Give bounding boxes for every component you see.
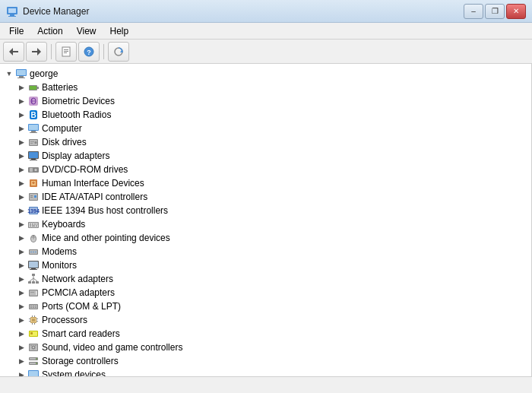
- tree-item-ide[interactable]: ▶ IDE ATA/ATAPI controllers: [0, 190, 531, 204]
- sound-label: Sound, video and game controllers: [42, 342, 182, 353]
- disk-toggle[interactable]: ▶: [15, 136, 27, 148]
- properties-button[interactable]: [55, 42, 77, 62]
- tree-item-storage[interactable]: ▶ Storage controllers: [0, 354, 531, 368]
- tree-item-keyboard[interactable]: ▶ Keyboards: [0, 217, 531, 231]
- svg-rect-43: [30, 168, 33, 172]
- system-toggle[interactable]: ▶: [15, 369, 27, 376]
- status-bar: [0, 376, 532, 393]
- computer-toggle[interactable]: ▶: [15, 122, 27, 135]
- smartcard-toggle[interactable]: ▶: [15, 328, 27, 340]
- tree-item-smartcard[interactable]: ▶ Smart card readers: [0, 327, 531, 341]
- svg-rect-3: [8, 16, 16, 17]
- network-label: Network adapters: [42, 274, 113, 284]
- menu-view[interactable]: View: [71, 24, 103, 38]
- svg-rect-129: [29, 371, 38, 376]
- tree-root[interactable]: ▼ george: [0, 67, 531, 81]
- svg-point-120: [30, 345, 32, 347]
- svg-rect-92: [30, 292, 34, 293]
- hid-toggle[interactable]: ▶: [15, 177, 27, 189]
- menu-action[interactable]: Action: [31, 24, 68, 38]
- svg-rect-59: [29, 223, 38, 227]
- tree-item-mouse[interactable]: ▶ Mice and other pointing devices: [0, 231, 531, 245]
- svg-point-95: [30, 306, 31, 306]
- tree-item-modem[interactable]: ▶ Modems: [0, 245, 531, 258]
- hid-label: Human Interface Devices: [42, 178, 144, 189]
- bluetooth-toggle[interactable]: ▶: [15, 109, 27, 121]
- svg-rect-78: [29, 261, 38, 268]
- svg-rect-91: [36, 291, 37, 295]
- tree-item-sound[interactable]: ▶ Sound, video and game controllers: [0, 341, 531, 354]
- tree-item-processor[interactable]: ▶ Processors: [0, 313, 531, 327]
- tree-item-pcmcia[interactable]: ▶ PCMCIA adapters: [0, 286, 531, 300]
- menu-help[interactable]: Help: [104, 24, 135, 38]
- svg-text:1394: 1394: [27, 208, 40, 214]
- svg-rect-123: [30, 358, 36, 360]
- svg-rect-61: [32, 223, 33, 225]
- processor-toggle[interactable]: ▶: [15, 314, 27, 326]
- ide-toggle[interactable]: ▶: [15, 191, 27, 203]
- root-toggle[interactable]: ▼: [3, 68, 15, 80]
- disk-label: Disk drives: [42, 137, 87, 147]
- tree-item-disk[interactable]: ▶ Disk drives: [0, 135, 531, 149]
- tree-item-computer[interactable]: ▶ Computer: [0, 122, 531, 135]
- dvd-toggle[interactable]: ▶: [15, 163, 27, 176]
- back-button[interactable]: [3, 42, 24, 62]
- scan-button[interactable]: [108, 42, 129, 62]
- svg-rect-83: [36, 281, 39, 284]
- restore-button[interactable]: ❐: [485, 4, 505, 19]
- pcmcia-toggle[interactable]: ▶: [15, 287, 27, 299]
- forward-button[interactable]: [26, 42, 47, 62]
- main-area: ▼ george ▶ Batteries: [0, 64, 532, 376]
- ide-label: IDE ATA/ATAPI controllers: [42, 192, 147, 202]
- tree-item-network[interactable]: ▶ Network adapters: [0, 272, 531, 286]
- svg-rect-39: [29, 152, 38, 158]
- tree-item-monitor[interactable]: ▶ Monitors: [0, 258, 531, 272]
- keyboard-toggle[interactable]: ▶: [15, 218, 27, 230]
- svg-text:?: ?: [87, 49, 91, 56]
- tree-item-batteries[interactable]: ▶ Batteries: [0, 81, 531, 94]
- tree-item-display[interactable]: ▶ Display adapters: [0, 149, 531, 163]
- window-controls: – ❐ ✕: [464, 4, 526, 19]
- batteries-toggle[interactable]: ▶: [15, 81, 27, 93]
- close-button[interactable]: ✕: [506, 4, 526, 19]
- display-toggle[interactable]: ▶: [15, 150, 27, 162]
- tree-item-bluetooth[interactable]: ▶ B Bluetooth Radios: [0, 108, 531, 122]
- tree-item-system[interactable]: ▶ System devices: [0, 368, 531, 376]
- svg-rect-1: [8, 8, 16, 13]
- dvd-label: DVD/CD-ROM drives: [42, 164, 128, 175]
- mouse-toggle[interactable]: ▶: [15, 232, 27, 244]
- monitor-toggle[interactable]: ▶: [15, 259, 27, 271]
- mouse-label: Mice and other pointing devices: [42, 233, 170, 243]
- menu-file[interactable]: File: [3, 24, 30, 38]
- svg-point-124: [36, 358, 37, 360]
- svg-rect-49: [33, 182, 34, 184]
- dvd-icon: [27, 163, 40, 176]
- svg-rect-53: [30, 197, 33, 198]
- svg-rect-81: [32, 274, 35, 276]
- tree-item-ieee[interactable]: ▶ 1394 IEEE 1394 Bus host controllers: [0, 204, 531, 217]
- device-tree[interactable]: ▼ george ▶ Batteries: [0, 64, 532, 376]
- minimize-button[interactable]: –: [464, 4, 483, 19]
- ide-icon: [27, 191, 40, 203]
- ieee-toggle[interactable]: ▶: [15, 204, 27, 217]
- modem-toggle[interactable]: ▶: [15, 246, 27, 258]
- tree-item-ports[interactable]: ▶ Ports (COM & LPT): [0, 300, 531, 313]
- help-button[interactable]: ?: [78, 42, 100, 62]
- title-bar: Device Manager – ❐ ✕: [0, 0, 532, 23]
- toolbar-separator-2: [103, 44, 104, 59]
- tree-item-biometric[interactable]: ▶ Biometric Devices: [0, 94, 531, 108]
- network-toggle[interactable]: ▶: [15, 273, 27, 285]
- bluetooth-icon: B: [27, 109, 40, 121]
- svg-rect-11: [64, 52, 67, 53]
- sound-toggle[interactable]: ▶: [15, 341, 27, 353]
- biometric-toggle[interactable]: ▶: [15, 95, 27, 107]
- computer-icon: [15, 68, 27, 80]
- tree-item-hid[interactable]: ▶ Human Interface Devices: [0, 176, 531, 190]
- storage-toggle[interactable]: ▶: [15, 355, 27, 367]
- tree-item-dvd[interactable]: ▶ DVD/CD-ROM drives: [0, 163, 531, 176]
- svg-rect-111: [34, 323, 35, 325]
- root-label: george: [30, 68, 58, 79]
- svg-rect-9: [64, 49, 68, 50]
- ports-toggle[interactable]: ▶: [15, 300, 27, 312]
- svg-point-97: [35, 306, 36, 306]
